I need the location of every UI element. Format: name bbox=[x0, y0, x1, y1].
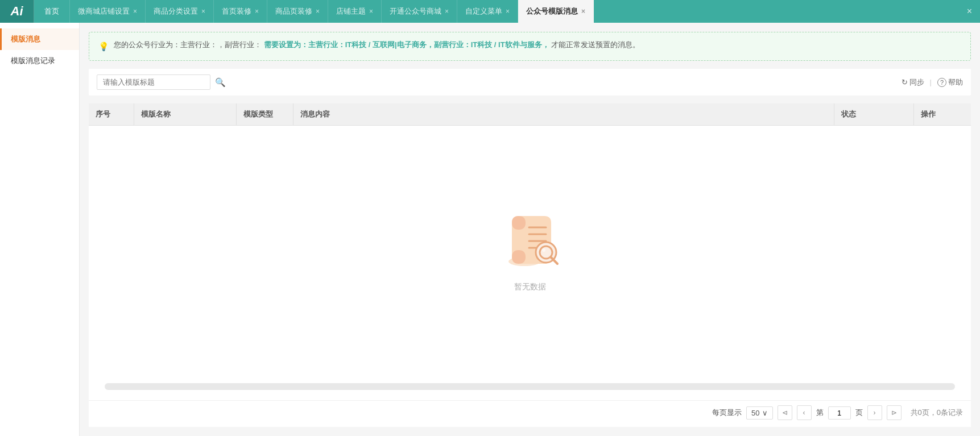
last-page-button[interactable]: ⊳ bbox=[887, 405, 902, 420]
sync-icon: ↻ bbox=[902, 78, 908, 86]
divider: | bbox=[930, 78, 932, 86]
empty-text: 暂无数据 bbox=[514, 282, 546, 292]
last-page-icon: ⊳ bbox=[891, 409, 897, 417]
sidebar-item-template-message-log[interactable]: 模版消息记录 bbox=[0, 50, 79, 72]
col-index: 序号 bbox=[89, 103, 134, 125]
close-homepage-decor[interactable]: × bbox=[255, 8, 259, 15]
prev-page-button[interactable]: ‹ bbox=[797, 405, 812, 420]
next-page-button[interactable]: › bbox=[867, 405, 882, 420]
nav-tab-homepage-decor[interactable]: 首页装修 × bbox=[214, 0, 267, 23]
table-container: 序号 模版名称 模版类型 消息内容 状态 操作 bbox=[89, 103, 971, 427]
sync-button[interactable]: ↻ 同步 bbox=[902, 77, 924, 88]
close-store-settings[interactable]: × bbox=[133, 8, 137, 15]
col-name: 模版名称 bbox=[134, 103, 237, 125]
col-status: 状态 bbox=[834, 103, 914, 125]
close-custom-menu[interactable]: × bbox=[506, 8, 510, 15]
page-summary: 共0页，0条记录 bbox=[911, 408, 963, 418]
col-type: 模版类型 bbox=[237, 103, 293, 125]
horizontal-scrollbar-container bbox=[89, 383, 971, 400]
page-label: 页 bbox=[855, 408, 863, 418]
sidebar: 模版消息 模版消息记录 bbox=[0, 23, 80, 436]
page-size-label: 每页显示 bbox=[712, 408, 742, 418]
first-page-icon: ⊲ bbox=[782, 409, 788, 417]
chevron-down-icon: ∨ bbox=[762, 409, 768, 417]
search-button[interactable]: 🔍 bbox=[215, 77, 226, 88]
next-page-icon: › bbox=[874, 409, 876, 417]
nav-tab-template-msg[interactable]: 公众号模版消息 × bbox=[518, 0, 594, 23]
nav-tab-open-mall[interactable]: 开通公众号商城 × bbox=[382, 0, 457, 23]
nav-tab-product-decor[interactable]: 商品页装修 × bbox=[267, 0, 328, 23]
main-layout: 模版消息 模版消息记录 💡 您的公众号行业为：主营行业：，副营行业： 需要设置为… bbox=[0, 23, 980, 436]
page-di-label: 第 bbox=[816, 408, 824, 418]
search-right: ↻ 同步 | ? 帮助 bbox=[902, 77, 963, 88]
empty-illustration bbox=[496, 206, 564, 274]
empty-state: 暂无数据 bbox=[89, 126, 971, 383]
notice-prefix: 您的公众号行业为：主营行业：，副营行业： bbox=[114, 40, 262, 49]
app-logo: Ai bbox=[0, 0, 34, 23]
help-icon: ? bbox=[937, 78, 946, 87]
help-button[interactable]: ? 帮助 bbox=[937, 77, 963, 88]
nav-tab-home[interactable]: 首页 bbox=[34, 0, 70, 23]
search-input[interactable] bbox=[97, 74, 210, 90]
svg-point-8 bbox=[542, 248, 545, 252]
search-row: 🔍 ↻ 同步 | ? 帮助 bbox=[89, 69, 971, 95]
search-left: 🔍 bbox=[97, 74, 226, 90]
prev-page-icon: ‹ bbox=[803, 409, 805, 417]
current-page-input[interactable] bbox=[828, 406, 851, 420]
page-size-select[interactable]: 50 ∨ bbox=[746, 406, 772, 420]
nav-tab-store-settings[interactable]: 微商城店铺设置 × bbox=[70, 0, 146, 23]
nav-tab-custom-menu[interactable]: 自定义菜单 × bbox=[457, 0, 518, 23]
nav-tab-product-category[interactable]: 商品分类设置 × bbox=[146, 0, 214, 23]
nav-tab-store-theme[interactable]: 店铺主题 × bbox=[328, 0, 382, 23]
sidebar-item-template-message[interactable]: 模版消息 bbox=[0, 28, 79, 50]
close-product-decor[interactable]: × bbox=[316, 8, 320, 15]
close-template-msg[interactable]: × bbox=[581, 8, 585, 15]
close-open-mall[interactable]: × bbox=[445, 8, 449, 15]
content-area: 💡 您的公众号行业为：主营行业：，副营行业： 需要设置为：主营行业：IT科技 /… bbox=[80, 23, 980, 436]
col-action: 操作 bbox=[914, 103, 971, 125]
close-all-tabs[interactable]: × bbox=[959, 6, 980, 16]
horizontal-scrollbar[interactable] bbox=[105, 383, 955, 390]
top-navigation: Ai 首页 微商城店铺设置 × 商品分类设置 × 首页装修 × 商品页装修 × … bbox=[0, 0, 980, 23]
close-store-theme[interactable]: × bbox=[369, 8, 373, 15]
notice-suffix: 才能正常发送预置的消息。 bbox=[551, 40, 640, 49]
table-header: 序号 模版名称 模版类型 消息内容 状态 操作 bbox=[89, 103, 971, 126]
col-content: 消息内容 bbox=[293, 103, 834, 125]
search-icon: 🔍 bbox=[215, 77, 226, 87]
first-page-button[interactable]: ⊲ bbox=[778, 405, 792, 420]
notice-box: 💡 您的公众号行业为：主营行业：，副营行业： 需要设置为：主营行业：IT科技 /… bbox=[89, 32, 971, 61]
bulb-icon: 💡 bbox=[98, 40, 109, 53]
pagination-row: 每页显示 50 ∨ ⊲ ‹ 第 页 › ⊳ bbox=[89, 400, 971, 427]
notice-highlight: 需要设置为：主营行业：IT科技 / 互联网|电子商务，副营行业：IT科技 / I… bbox=[264, 40, 549, 49]
close-product-category[interactable]: × bbox=[201, 8, 205, 15]
